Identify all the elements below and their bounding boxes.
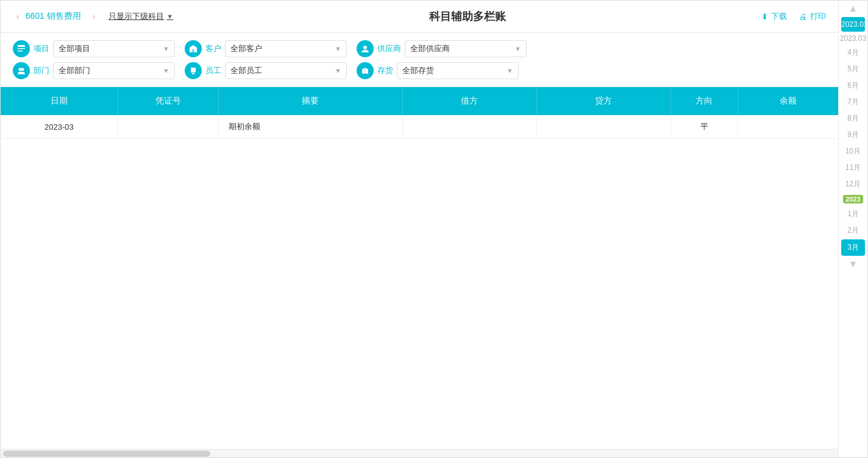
cell-voucher	[118, 115, 218, 139]
show-sub-arrow-icon: ▼	[166, 13, 173, 20]
filter-row-1: 项目 全部项目 ▼ 客户 全部	[13, 40, 826, 57]
show-sub-label: 只显示下级科目	[108, 11, 164, 22]
col-summary: 摘要	[218, 87, 402, 115]
timeline-month-11[interactable]: 11月	[839, 160, 867, 176]
svg-rect-0	[18, 45, 25, 47]
prev-account-btn[interactable]: ‹	[13, 10, 23, 23]
filter-area: 项目 全部项目 ▼ 客户 全部	[1, 33, 838, 87]
scroll-bar-container	[1, 449, 838, 457]
timeline-month-5[interactable]: 5月	[839, 61, 867, 77]
employee-label: 员工	[205, 65, 221, 76]
svg-point-6	[21, 68, 24, 71]
print-btn[interactable]: 🖨 打印	[799, 11, 826, 22]
employee-select-arrow-icon: ▼	[335, 67, 341, 74]
table-header-row: 日期 凭证号 摘要 借方 贷方 方向 余额	[1, 87, 838, 115]
col-voucher: 凭证号	[118, 87, 218, 115]
svg-rect-8	[192, 73, 194, 74]
department-label: 部门	[34, 65, 49, 76]
customer-select[interactable]: 全部客户 ▼	[225, 40, 347, 57]
content-area: ‹ 6601 销售费用 › 只显示下级科目 ▼ 科目辅助多栏账 ⬇ 下载 🖨 打…	[1, 1, 838, 457]
header: ‹ 6601 销售费用 › 只显示下级科目 ▼ 科目辅助多栏账 ⬇ 下载 🖨 打…	[1, 1, 838, 33]
cell-balance	[738, 115, 838, 139]
table-container: 日期 凭证号 摘要 借方 贷方 方向 余额 2023-03 期初余额	[1, 87, 838, 449]
filter-project: 项目 全部项目 ▼	[13, 40, 175, 57]
timeline-month-8[interactable]: 8月	[839, 110, 867, 127]
employee-icon	[185, 62, 202, 79]
supplier-label: 供应商	[377, 43, 401, 54]
customer-select-arrow-icon: ▼	[335, 45, 341, 52]
svg-rect-2	[18, 51, 23, 52]
timeline-month-6[interactable]: 6月	[839, 77, 867, 94]
inventory-select[interactable]: 全部存货 ▼	[397, 62, 519, 79]
account-code-name: 6601 销售费用	[26, 11, 87, 22]
svg-rect-1	[18, 48, 25, 49]
timeline-month-7[interactable]: 7月	[839, 94, 867, 110]
svg-point-4	[363, 46, 367, 49]
cell-date: 2023-03	[1, 115, 118, 139]
col-balance: 余额	[738, 87, 838, 115]
employee-select[interactable]: 全部员工 ▼	[225, 62, 347, 79]
download-btn[interactable]: ⬇ 下载	[761, 11, 787, 22]
print-icon: 🖨	[799, 12, 807, 21]
download-icon: ⬇	[761, 12, 768, 21]
download-label: 下载	[771, 11, 787, 22]
timeline-period-1[interactable]: 2023.03	[841, 17, 865, 32]
timeline-down-btn[interactable]: ▼	[839, 256, 867, 272]
timeline-month-3-current[interactable]: 3月	[841, 239, 865, 256]
scroll-thumb[interactable]	[3, 451, 210, 457]
project-icon	[13, 40, 30, 57]
filter-supplier: 供应商 全部供应商 ▼	[357, 40, 527, 57]
timeline-period-2[interactable]: 2023.03	[839, 32, 867, 44]
customer-icon	[185, 40, 202, 57]
customer-select-value: 全部客户	[230, 43, 262, 54]
inventory-select-arrow-icon: ▼	[507, 67, 513, 74]
project-select-value: 全部项目	[59, 43, 90, 54]
employee-select-value: 全部员工	[230, 65, 262, 76]
department-icon	[13, 62, 30, 79]
supplier-select[interactable]: 全部供应商 ▼	[405, 40, 527, 57]
timeline-month-12[interactable]: 12月	[839, 176, 867, 192]
page-title: 科目辅助多栏账	[173, 9, 761, 24]
supplier-icon	[357, 40, 374, 57]
timeline-month-4[interactable]: 4月	[839, 44, 867, 61]
filter-department: 部门 全部部门 ▼	[13, 62, 175, 79]
timeline-month-9[interactable]: 9月	[839, 127, 867, 143]
supplier-select-arrow-icon: ▼	[514, 45, 521, 52]
svg-rect-7	[191, 68, 196, 72]
inventory-icon	[357, 62, 374, 79]
cell-summary: 期初余额	[218, 115, 402, 139]
timeline-month-2[interactable]: 2月	[839, 222, 867, 239]
main-container: ▲ 2023.03 2023.03 4月 5月 6月 7月 8月 9月 10月 …	[0, 0, 868, 458]
header-actions: ⬇ 下载 🖨 打印	[761, 11, 826, 22]
project-select[interactable]: 全部项目 ▼	[53, 40, 175, 57]
filter-employee: 员工 全部员工 ▼	[185, 62, 347, 79]
timeline-month-10[interactable]: 10月	[839, 143, 867, 160]
customer-label: 客户	[205, 43, 221, 54]
timeline-year-badge: 2023	[839, 192, 867, 206]
cell-direction: 平	[671, 115, 738, 139]
year-badge-label: 2023	[843, 195, 863, 203]
department-select-arrow-icon: ▼	[163, 67, 169, 74]
table-row: 2023-03 期初余额 平	[1, 115, 838, 139]
col-debit: 借方	[403, 87, 537, 115]
project-select-arrow-icon: ▼	[163, 45, 169, 52]
department-select[interactable]: 全部部门 ▼	[53, 62, 175, 79]
show-sub-btn[interactable]: 只显示下级科目 ▼	[108, 11, 173, 23]
timeline-sidebar: ▲ 2023.03 2023.03 4月 5月 6月 7月 8月 9月 10月 …	[838, 1, 867, 457]
supplier-select-value: 全部供应商	[410, 43, 450, 54]
timeline-up-btn[interactable]: ▲	[839, 1, 867, 16]
cell-credit	[536, 115, 671, 139]
cell-debit	[403, 115, 537, 139]
project-label: 项目	[34, 43, 49, 54]
col-credit: 贷方	[536, 87, 671, 115]
filter-customer: 客户 全部客户 ▼	[185, 40, 347, 57]
print-label: 打印	[810, 11, 826, 22]
next-account-btn[interactable]: ›	[89, 10, 99, 23]
filter-inventory: 存货 全部存货 ▼	[357, 62, 519, 79]
col-direction: 方向	[671, 87, 738, 115]
inventory-select-value: 全部存货	[402, 65, 434, 76]
filter-row-2: 部门 全部部门 ▼ 员工 全部	[13, 62, 826, 79]
data-table: 日期 凭证号 摘要 借方 贷方 方向 余额 2023-03 期初余额	[1, 87, 838, 139]
inventory-label: 存货	[377, 65, 393, 76]
timeline-month-1[interactable]: 1月	[839, 206, 867, 222]
